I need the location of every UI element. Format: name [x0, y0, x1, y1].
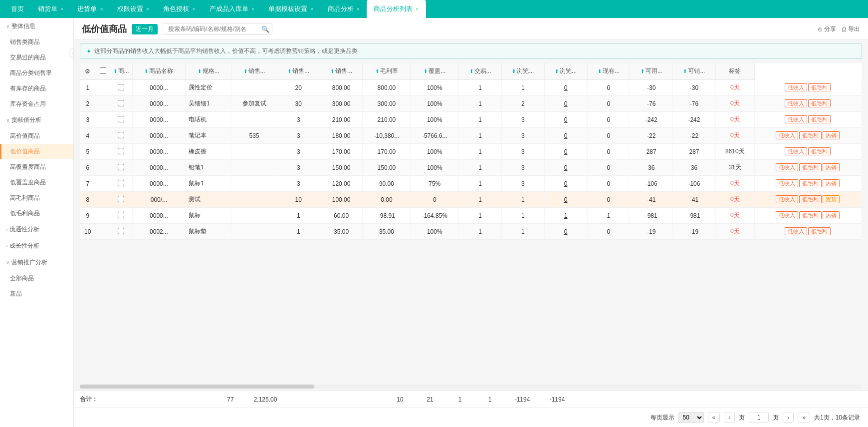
available-stock-col-header[interactable]: ⬆可用... [630, 63, 673, 80]
nav-item-商品分析[interactable]: 商品分析× [321, 0, 367, 18]
first-page-button[interactable]: « [708, 413, 720, 423]
sidebar-item-库存资金占用[interactable]: 库存资金占用 [0, 96, 73, 112]
row-checkbox[interactable] [118, 212, 124, 218]
sidebar-item-新品[interactable]: 新品 [0, 286, 73, 302]
view-count-col-header[interactable]: ⬆浏览... [501, 63, 544, 80]
row-checkbox-cell[interactable] [110, 224, 132, 240]
sidebar-item-销售类商品[interactable]: 销售类商品 [0, 34, 73, 50]
select-all-checkbox[interactable] [100, 67, 106, 74]
total-pages-label: 共1页，10条记录 [814, 414, 860, 422]
share-button[interactable]: ⎋ 分享 [818, 25, 836, 33]
sidebar-item-高价值商品[interactable]: 高价值商品 [0, 128, 73, 144]
sidebar-item-低覆盖度商品[interactable]: 低覆盖度商品 [0, 175, 73, 190]
view-link[interactable]: 0 [564, 84, 568, 91]
row-checkbox[interactable] [118, 100, 124, 106]
row-checkbox-cell[interactable] [110, 160, 132, 176]
view-count2-col-header[interactable]: ⬆浏览... [544, 63, 587, 80]
nav-close-icon[interactable]: × [60, 6, 63, 12]
gross-margin-col-header[interactable]: ⬆毛利率 [363, 63, 411, 80]
row-checkbox-cell[interactable] [110, 96, 132, 112]
saleable-col-header[interactable]: ⬆可销... [673, 63, 716, 80]
row-checkbox[interactable] [118, 164, 124, 170]
sales-qty-col-header[interactable]: ⬆销售... [231, 63, 277, 80]
current-stock-cell: -981 [630, 208, 673, 224]
row-checkbox[interactable] [118, 148, 124, 154]
row-checkbox[interactable] [118, 228, 124, 234]
view-link[interactable]: 0 [564, 116, 568, 123]
nav-item-商品分析列表[interactable]: 商品分析列表× [367, 0, 426, 18]
row-checkbox[interactable] [118, 180, 124, 186]
current-page-input[interactable] [749, 413, 769, 423]
nav-close-icon[interactable]: × [192, 6, 195, 12]
view-link[interactable]: 0 [564, 180, 568, 187]
nav-close-icon[interactable]: × [146, 6, 149, 12]
row-checkbox[interactable] [118, 196, 124, 202]
trade-count-col-header[interactable]: ⬆交易... [459, 63, 502, 80]
last-page-button[interactable]: » [798, 413, 810, 423]
view-link[interactable]: 0 [564, 164, 568, 171]
sidebar-item-商品分类销售率[interactable]: 商品分类销售率 [0, 65, 73, 81]
horizontal-scrollbar[interactable] [80, 385, 862, 389]
sales-profit-col-header[interactable]: ⬆销售... [320, 63, 363, 80]
view-link[interactable]: 0 [564, 148, 568, 155]
settings-col-header[interactable]: ⚙ [80, 63, 96, 80]
sidebar-item-低毛利商品[interactable]: 低毛利商品 [0, 206, 73, 221]
nav-close-icon[interactable]: × [416, 6, 419, 12]
search-icon[interactable]: 🔍 [261, 25, 269, 33]
row-checkbox-cell[interactable] [110, 208, 132, 224]
view-link[interactable]: 0 [564, 196, 568, 203]
next-page-button[interactable]: › [783, 413, 794, 423]
sidebar-group-贡献值分析[interactable]: ∨贡献值分析 [0, 112, 73, 128]
sidebar-item-高覆盖度商品[interactable]: 高覆盖度商品 [0, 159, 73, 175]
checkbox-col-header[interactable] [96, 63, 110, 80]
nav-close-icon[interactable]: × [310, 6, 313, 12]
sidebar-item-高毛利商品[interactable]: 高毛利商品 [0, 190, 73, 206]
row-checkbox[interactable] [118, 84, 124, 90]
nav-close-icon[interactable]: × [357, 6, 360, 12]
row-checkbox-cell[interactable] [110, 128, 132, 144]
export-button[interactable]: ⎙ 导出 [842, 25, 860, 33]
nav-item-产成品入库单[interactable]: 产成品入库单× [203, 0, 261, 18]
nav-item-首页[interactable]: 首页 [4, 0, 31, 18]
nav-close-icon[interactable]: × [100, 6, 103, 12]
row-checkbox-cell[interactable] [110, 144, 132, 160]
sidebar-group-流通性分析[interactable]: ›流通性分析 [0, 221, 73, 238]
per-page-select[interactable]: 50 100 [678, 412, 704, 423]
sidebar-item-全部商品[interactable]: 全部商品 [0, 271, 73, 286]
view-link[interactable]: 0 [564, 100, 568, 107]
tags-cell: 低收入低毛利 [754, 96, 862, 112]
row-checkbox[interactable] [118, 132, 124, 138]
row-checkbox-cell[interactable] [110, 176, 132, 192]
code-col-header[interactable]: ⬆商... [110, 63, 132, 80]
nav-item-角色授权[interactable]: 角色授权× [156, 0, 202, 18]
row-checkbox-cell[interactable] [110, 112, 132, 128]
row-checkbox-cell[interactable] [110, 80, 132, 96]
scrollbar-thumb[interactable] [80, 385, 314, 389]
search-input[interactable] [163, 23, 272, 35]
sidebar-group-整体信息[interactable]: ∨整体信息 [0, 18, 73, 34]
sidebar-item-有库存的商品[interactable]: 有库存的商品 [0, 81, 73, 96]
view-link[interactable]: 0 [564, 132, 568, 139]
sales-amount-col-header[interactable]: ⬆销售... [277, 63, 320, 80]
nav-item-权限设置[interactable]: 权限设置× [110, 0, 156, 18]
row-checkbox[interactable] [118, 116, 124, 122]
spec-col-header[interactable]: ⬆规格... [186, 63, 231, 80]
prev-page-button[interactable]: ‹ [724, 413, 735, 423]
row-checkbox-cell[interactable] [110, 192, 132, 208]
table-footer: 合计： 77 2,125.00 10 21 1 1 -1194 -1194 [74, 391, 868, 408]
nav-item-销货单[interactable]: 销货单× [31, 0, 70, 18]
view-link[interactable]: 1 [564, 212, 568, 219]
sidebar-group-成长性分析[interactable]: ›成长性分析 [0, 238, 73, 254]
name-col-header[interactable]: ⬆商品名称 [132, 63, 186, 80]
nav-close-icon[interactable]: × [251, 6, 254, 12]
nav-item-单据模板设置[interactable]: 单据模板设置× [261, 0, 320, 18]
sidebar-item-低价值商品[interactable]: 低价值商品 [0, 144, 73, 159]
current-stock-col-header[interactable]: ⬆现有... [587, 63, 630, 80]
sidebar-group-营销推广分析[interactable]: ∨营销推广分析 [0, 254, 73, 271]
tags-col-header: 标签 [715, 63, 754, 80]
nav-item-进货单[interactable]: 进货单× [70, 0, 110, 18]
time-badge[interactable]: 近一月 [132, 24, 158, 34]
coverage-col-header[interactable]: ⬆覆盖... [411, 63, 459, 80]
view-link[interactable]: 0 [564, 228, 568, 235]
sidebar-item-交易过的商品[interactable]: 交易过的商品 [0, 50, 73, 65]
